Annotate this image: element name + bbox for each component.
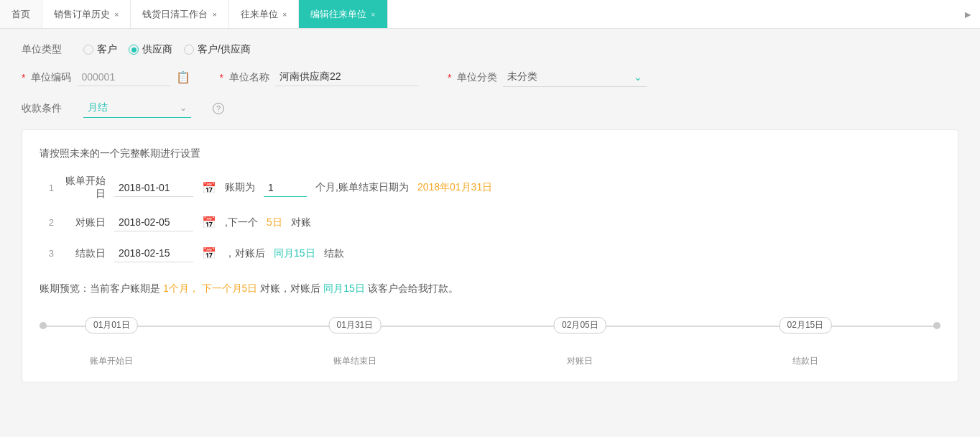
tab-bar: 首页 销售订单历史 × 钱货日清工作台 × 往来单位 × 编辑往来单位 × ► — [0, 0, 980, 29]
unit-code-input[interactable] — [77, 68, 170, 86]
page-content: 单位类型 客户 供应商 客户/供应商 * 单位编码 📋 * — [0, 29, 980, 437]
row-type-1: 账单开始日 — [63, 175, 106, 201]
setting-row-3: 3 结款日 📅 ，对账后 同月15日 结款 — [40, 244, 940, 262]
row-type-2: 对账日 — [63, 216, 106, 229]
settings-card: 请按照未来的一个完整帐期进行设置 1 账单开始日 📅 账期为 个月,账单结束日期… — [22, 129, 958, 382]
radio-customer[interactable]: 客户 — [83, 43, 117, 56]
tab-edit-partner[interactable]: 编辑往来单位 × — [299, 0, 387, 28]
required-star-name: * — [219, 72, 223, 83]
recon-desc-prefix: ,下一个 — [225, 216, 258, 229]
required-star-code: * — [22, 72, 25, 83]
tab-edit-partner-close[interactable]: × — [371, 10, 375, 19]
recon-date-input[interactable] — [114, 213, 193, 231]
preview-settle: 同月15日 — [323, 282, 365, 294]
timeline-pill-2: 01月31日 — [329, 317, 382, 334]
unit-type-label: 单位类型 — [22, 43, 62, 56]
timeline-node-3: 02月05日 对账日 — [554, 317, 606, 367]
tab-scroll-right[interactable]: ► — [956, 0, 980, 28]
settle-date-input[interactable] — [114, 244, 193, 262]
unit-code-label: 单位编码 — [31, 71, 71, 84]
unit-fields-row: * 单位编码 📋 * 单位名称 * 单位分类 未分类 ⌄ — [22, 68, 958, 87]
timeline-dot-right — [933, 322, 940, 329]
payment-terms-chevron: ⌄ — [180, 103, 187, 113]
help-icon-payment[interactable]: ? — [213, 103, 224, 114]
start-date-calendar[interactable]: 📅 — [202, 181, 216, 195]
payment-terms-row: 收款条件 月结 ⌄ ? — [22, 98, 958, 118]
payment-terms-label: 收款条件 — [22, 102, 62, 115]
unit-category-label: 单位分类 — [457, 71, 497, 84]
preview-section: 账期预览：当前客户账期是 1个月， 下一个月5日 对账，对账后 同月15日 该客… — [40, 275, 940, 295]
tab-partners-close[interactable]: × — [282, 10, 287, 19]
radio-supplier[interactable]: 供应商 — [129, 43, 172, 56]
radio-group-unit-type: 客户 供应商 客户/供应商 — [83, 43, 251, 56]
radio-customer-circle — [83, 45, 93, 55]
settle-desc-suffix: 结款 — [324, 247, 344, 260]
tab-edit-partner-label: 编辑往来单位 — [310, 8, 366, 21]
radio-supplier-circle — [129, 45, 139, 55]
settle-day-highlight: 同月15日 — [274, 247, 315, 260]
payment-terms-value: 月结 — [88, 101, 175, 114]
period-end-date: 2018年01月31日 — [417, 181, 492, 194]
timeline-label-2: 账单结束日 — [333, 355, 376, 367]
tab-cash-workbench-label: 钱货日清工作台 — [142, 8, 208, 21]
radio-both-circle — [184, 45, 194, 55]
timeline-pill-4: 02月15日 — [780, 317, 832, 334]
row-num-1: 1 — [40, 183, 54, 193]
tab-cash-workbench[interactable]: 钱货日清工作台 × — [131, 0, 228, 28]
required-star-cat: * — [448, 72, 451, 83]
unit-name-input[interactable] — [275, 68, 419, 86]
unit-code-copy-icon[interactable]: 📋 — [176, 70, 190, 84]
timeline: 01月01日 账单开始日 01月31日 账单结束日 02月05日 对账日 02月… — [40, 317, 940, 367]
timeline-label-1: 账单开始日 — [90, 355, 133, 367]
settle-desc-prefix: ，对账后 — [225, 247, 265, 260]
timeline-label-4: 结款日 — [792, 355, 818, 367]
preview-period: 1个月， — [163, 282, 199, 294]
radio-both[interactable]: 客户/供应商 — [184, 43, 251, 56]
timeline-label-3: 对账日 — [567, 355, 593, 367]
unit-name-group: * 单位名称 — [219, 68, 418, 86]
payment-terms-select[interactable]: 月结 ⌄ — [83, 98, 191, 118]
tab-partners[interactable]: 往来单位 × — [229, 0, 299, 28]
setting-row-1: 1 账单开始日 📅 账期为 个月,账单结束日期为 2018年01月31日 — [40, 175, 940, 201]
card-instruction: 请按照未来的一个完整帐期进行设置 — [40, 147, 940, 160]
start-date-input[interactable] — [114, 179, 193, 197]
timeline-node-2: 01月31日 账单结束日 — [329, 317, 382, 367]
preview-end: 该客户会给我打款。 — [368, 282, 458, 294]
preview-label: 账期预览：当前客户账期是 — [40, 282, 160, 294]
radio-customer-label: 客户 — [97, 43, 117, 56]
recon-day-highlight: 5日 — [267, 216, 282, 229]
unit-code-group: * 单位编码 📋 — [22, 68, 190, 86]
row-num-3: 3 — [40, 248, 54, 259]
unit-name-label: 单位名称 — [229, 71, 269, 84]
setting-row-2: 2 对账日 📅 ,下一个 5日 对账 — [40, 213, 940, 231]
unit-category-group: * 单位分类 未分类 ⌄ — [448, 68, 647, 87]
recon-date-calendar[interactable]: 📅 — [202, 216, 216, 229]
unit-type-row: 单位类型 客户 供应商 客户/供应商 — [22, 43, 958, 56]
unit-category-arrow: ⌄ — [634, 71, 642, 83]
row-num-2: 2 — [40, 217, 54, 228]
unit-category-select[interactable]: 未分类 ⌄ — [503, 68, 647, 87]
timeline-pill-3: 02月05日 — [554, 317, 606, 334]
unit-category-value: 未分类 — [507, 70, 629, 83]
period-input[interactable] — [264, 179, 307, 197]
settle-date-calendar[interactable]: 📅 — [202, 247, 216, 260]
timeline-node-1: 01月01日 账单开始日 — [85, 317, 138, 367]
tab-partners-label: 往来单位 — [241, 8, 278, 21]
timeline-dot-left — [40, 322, 47, 329]
row-type-3: 结款日 — [63, 247, 106, 260]
tab-home[interactable]: 首页 — [0, 0, 42, 28]
tab-sales-history-close[interactable]: × — [114, 10, 119, 19]
tab-cash-workbench-close[interactable]: × — [212, 10, 216, 19]
tab-sales-history-label: 销售订单历史 — [54, 8, 110, 21]
tab-sales-history[interactable]: 销售订单历史 × — [42, 0, 131, 28]
tab-home-label: 首页 — [11, 8, 30, 21]
period-unit: 个月,账单结束日期为 — [315, 181, 409, 194]
radio-supplier-label: 供应商 — [142, 43, 172, 56]
timeline-node-4: 02月15日 结款日 — [780, 317, 832, 367]
preview-recon: 下一个月5日 — [202, 282, 258, 294]
period-label-prefix: 账期为 — [225, 181, 255, 194]
radio-both-label: 客户/供应商 — [198, 43, 251, 56]
timeline-pill-1: 01月01日 — [85, 317, 138, 334]
preview-mid: 对账，对账后 — [260, 282, 320, 294]
recon-desc-suffix: 对账 — [291, 216, 311, 229]
